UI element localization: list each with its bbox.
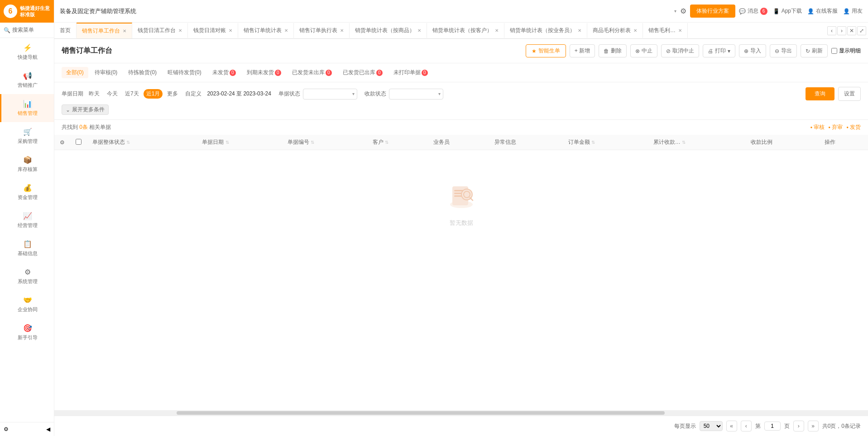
show-detail-label[interactable]: 显示明细 [831, 47, 861, 55]
horizontal-scrollbar[interactable] [54, 410, 868, 416]
empty-text: 暂无数据 [450, 219, 473, 227]
print-btn[interactable]: 🖨 打印 ▾ [703, 44, 735, 57]
status-select[interactable] [303, 89, 357, 100]
tab-close-daily-clear[interactable]: ✕ [178, 28, 182, 33]
tab-sales-order[interactable]: 销售订单工作台 ✕ [77, 23, 132, 38]
tab-order-stats[interactable]: 销售订单统计表 ✕ [238, 23, 294, 38]
sort-number-icon[interactable]: ⇅ [311, 140, 314, 145]
tab-sales-goods[interactable]: 销货单统计表（按商品） ✕ [350, 23, 427, 38]
export-btn[interactable]: ⊖ 导出 [770, 44, 797, 57]
sidebar-item-system[interactable]: ⚙ 系统管理 [0, 262, 54, 290]
shortcut-custom[interactable]: 自定义 [182, 89, 204, 99]
sub-tab-pending-audit[interactable]: 待审核(0) [90, 67, 122, 78]
sub-tab-overdue-ship[interactable]: 到期未发货0 [242, 67, 286, 78]
sidebar-item-inventory[interactable]: 📦 库存核算 [0, 150, 54, 178]
cancel-audit-btn[interactable]: 弃审 [828, 123, 843, 131]
sort-customer-icon[interactable]: ⇅ [385, 140, 388, 145]
sidebar-item-quick-nav[interactable]: ⚡ 快捷导航 [0, 38, 54, 66]
sort-collected-icon[interactable]: ⇅ [682, 140, 686, 145]
sub-tab-wangpu-ship[interactable]: 旺铺待发货(0) [163, 67, 206, 78]
tabs-expand-btn[interactable]: ⤢ [857, 26, 866, 35]
tab-close-reconcile[interactable]: ✕ [229, 28, 232, 33]
experience-button[interactable]: 体验行业方案 [690, 5, 735, 18]
sub-tab-all[interactable]: 全部(0) [62, 67, 88, 78]
tab-margin-analysis[interactable]: 商品毛利分析表 ✕ [587, 23, 643, 38]
user-action[interactable]: 👤 用友 [843, 7, 863, 15]
sidebar-item-purchase[interactable]: 🛒 采购管理 [0, 122, 54, 150]
tab-close-order-exec[interactable]: ✕ [340, 28, 344, 33]
audit-action-btn[interactable]: 审核 [810, 123, 825, 131]
refresh-btn[interactable]: ↻ 刷新 [801, 44, 828, 57]
shortcut-today[interactable]: 今天 [104, 89, 120, 99]
tab-close-sales-order[interactable]: ✕ [123, 28, 126, 33]
tab-close-sales-customer[interactable]: ✕ [495, 28, 499, 33]
prev-page-btn[interactable]: ‹ [741, 421, 752, 431]
system-dropdown-icon[interactable]: ▾ [674, 9, 676, 14]
sidebar-item-sales[interactable]: 📊 销售管理 [0, 94, 54, 122]
tab-home[interactable]: 首页 [54, 23, 77, 38]
add-btn[interactable]: + 新增 [570, 44, 595, 57]
tab-close-margin-analysis[interactable]: ✕ [633, 28, 637, 33]
date-range-display[interactable]: 2023-02-24 至 2023-03-24 [207, 90, 271, 98]
sub-tab-shipped-not-out[interactable]: 已发货未出库0 [288, 67, 336, 78]
per-page-select[interactable]: 50 100 200 [700, 421, 723, 431]
query-button[interactable]: 查询 [806, 87, 834, 100]
tab-order-exec[interactable]: 销售订单执行表 ✕ [294, 23, 350, 38]
import-btn[interactable]: ⊕ 导入 [739, 44, 766, 57]
tab-sales-staff[interactable]: 销货单统计表（按业务员） ✕ [504, 23, 587, 38]
show-detail-checkbox[interactable] [831, 48, 837, 54]
stop-btn[interactable]: ⊗ 中止 [630, 44, 657, 57]
expand-icon: ⌄ [66, 107, 70, 113]
online-service-action[interactable]: 👤 在线客服 [807, 7, 838, 15]
smart-generate-btn[interactable]: ★ 智能生单 [526, 44, 566, 57]
select-all-checkbox[interactable] [76, 139, 82, 145]
sidebar-item-basic-info[interactable]: 📋 基础信息 [0, 234, 54, 262]
page-input[interactable] [764, 422, 781, 431]
shortcut-7days[interactable]: 近7天 [122, 89, 142, 99]
tab-sales-customer[interactable]: 销货单统计表（按客户） ✕ [427, 23, 504, 38]
setup-button[interactable]: 设置 [838, 87, 861, 101]
shortcut-1month[interactable]: 近1月 [144, 89, 163, 99]
delete-btn[interactable]: 🗑 删除 [599, 44, 627, 57]
sub-tab-shipped-out[interactable]: 已发货已出库0 [338, 67, 387, 78]
tab-close-sales-staff[interactable]: ✕ [578, 28, 581, 33]
expand-filter-btn[interactable]: ⌄ 展开更多条件 [62, 104, 109, 115]
sidebar-item-marketing[interactable]: 📢 营销推广 [0, 66, 54, 94]
first-page-btn[interactable]: « [726, 421, 737, 431]
tab-reconcile[interactable]: 钱货日清对账 ✕ [188, 23, 238, 38]
settings-icon[interactable]: ⚙ [4, 426, 9, 432]
date-shortcuts: 昨天 今天 近7天 近1月 更多 自定义 [86, 89, 204, 99]
collapse-icon[interactable]: ◀ [46, 426, 50, 432]
tab-daily-clear[interactable]: 钱货日清工作台 ✕ [132, 23, 188, 38]
next-page-btn[interactable]: › [793, 421, 804, 431]
sidebar-item-operations[interactable]: 📈 经营管理 [0, 206, 54, 234]
tab-close-sales-goods[interactable]: ✕ [417, 28, 421, 33]
sort-date-icon[interactable]: ⇅ [225, 140, 229, 145]
tab-close-order-stats[interactable]: ✕ [284, 28, 288, 33]
sidebar-item-enterprise[interactable]: 🤝 企业协同 [0, 290, 54, 318]
cancel-stop-btn[interactable]: ⊘ 取消中止 [661, 44, 699, 57]
sub-tab-pending-check[interactable]: 待拣验货(0) [124, 67, 161, 78]
sidebar-item-newbie[interactable]: 🎯 新手引导 [0, 318, 54, 346]
table-th-ratio: 收款比例 [745, 135, 819, 150]
sub-tab-not-printed[interactable]: 未打印单据0 [389, 67, 432, 78]
app-download-action[interactable]: 📱 App下载 [773, 7, 802, 15]
message-action[interactable]: 💬 消息 6 [739, 7, 767, 15]
settings-btn[interactable]: ⚙ [680, 7, 686, 15]
shortcut-yesterday[interactable]: 昨天 [86, 89, 102, 99]
sidebar-search[interactable]: 🔍 搜索菜单 [0, 23, 54, 38]
sidebar-item-finance[interactable]: 💰 资金管理 [0, 178, 54, 206]
last-page-btn[interactable]: » [808, 421, 819, 431]
sort-amount-icon[interactable]: ⇅ [591, 140, 595, 145]
tab-close-sales-margin[interactable]: ✕ [678, 28, 682, 33]
tab-sales-margin[interactable]: 销售毛利… ✕ [643, 23, 688, 38]
payment-select[interactable] [389, 89, 443, 100]
tabs-close-btn[interactable]: ✕ [847, 26, 856, 35]
tabs-prev-btn[interactable]: ‹ [827, 26, 836, 35]
sort-status-icon[interactable]: ⇅ [126, 140, 130, 145]
shortcut-more[interactable]: 更多 [164, 89, 181, 99]
tabs-next-btn[interactable]: › [837, 26, 846, 35]
scrollbar-thumb[interactable] [177, 411, 665, 415]
ship-action-btn[interactable]: 发货 [846, 123, 861, 131]
sub-tab-not-shipped[interactable]: 未发货0 [208, 67, 240, 78]
